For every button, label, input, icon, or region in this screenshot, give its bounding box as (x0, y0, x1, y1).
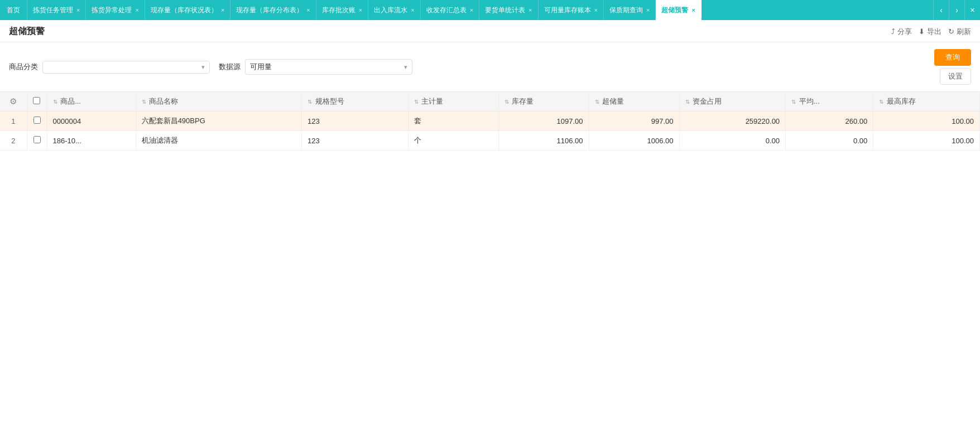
nav-tab-2[interactable]: 现存量（库存状况表） × (145, 0, 230, 20)
export-icon: ⬇ (919, 27, 925, 36)
th-spec[interactable]: ⇅ 规格型号 (301, 92, 408, 112)
nav-tab-4[interactable]: 库存批次账 × (316, 0, 368, 20)
nav-tab-9[interactable]: 保质期查询 × (604, 0, 656, 20)
data-table: ⚙ ⇅ 商品... ⇅ 商品名称 ⇅ 规格型号 ⇅ (0, 91, 980, 151)
nav-tab-close-5[interactable]: × (411, 7, 414, 13)
refresh-button[interactable]: ↻ 刷新 (948, 27, 971, 37)
chevron-down-icon: ▾ (201, 64, 205, 71)
sort-icon-overstock: ⇅ (595, 99, 599, 105)
th-stock[interactable]: ⇅ 库存量 (498, 92, 589, 112)
cell-spec-0: 123 (301, 112, 408, 131)
nav-tab-6[interactable]: 收发存汇总表 × (421, 0, 479, 20)
nav-tab-5[interactable]: 出入库流水 × (368, 0, 420, 20)
cell-max-stock-1: 100.00 (873, 131, 980, 151)
cell-checkbox-0[interactable] (27, 112, 47, 131)
cell-product-code-1: 186-10... (47, 131, 136, 151)
th-stock-label: 库存量 (512, 97, 534, 105)
th-avg-label: 平均... (799, 97, 820, 105)
export-button[interactable]: ⬇ 导出 (919, 27, 941, 37)
export-label: 导出 (927, 27, 941, 37)
nav-tab-close-0[interactable]: × (76, 7, 80, 13)
nav-tab-label-10: 超储预警 (661, 6, 688, 15)
th-settings[interactable]: ⚙ (0, 92, 27, 112)
nav-tab-0[interactable]: 拣货任务管理 × (27, 0, 86, 20)
cell-index-0: 1 (0, 112, 27, 131)
share-button[interactable]: ⤴ 分享 (891, 27, 912, 37)
category-filter-group: 商品分类 ▾ (9, 61, 210, 74)
top-nav: 首页 拣货任务管理 × 拣货异常处理 × 现存量（库存状况表） × 现存量（库存… (0, 0, 980, 20)
sort-icon-product-name: ⇅ (142, 99, 146, 105)
nav-tab-close-9[interactable]: × (646, 7, 650, 13)
chevron-down-icon-2: ▾ (404, 64, 407, 71)
select-all-checkbox[interactable] (33, 97, 40, 104)
cell-overstock-0: 997.00 (589, 112, 679, 131)
th-spec-label: 规格型号 (315, 97, 344, 105)
nav-tab-label-6: 收发存汇总表 (426, 6, 467, 15)
row-checkbox-1[interactable] (33, 136, 41, 143)
cell-unit-0: 套 (408, 112, 498, 131)
refresh-icon: ↻ (948, 27, 954, 36)
page-title: 超储预警 (9, 26, 45, 37)
nav-tab-label-7: 要货单统计表 (485, 6, 525, 15)
th-unit-label: 主计量 (421, 97, 443, 105)
th-capital[interactable]: ⇅ 资金占用 (679, 92, 786, 112)
th-product-code[interactable]: ⇅ 商品... (47, 92, 136, 112)
cell-stock-0: 1097.00 (498, 112, 589, 131)
cell-capital-0: 259220.00 (679, 112, 786, 131)
nav-home[interactable]: 首页 (0, 0, 27, 20)
nav-tab-label-5: 出入库流水 (374, 6, 407, 15)
datasource-select[interactable]: 可用量 ▾ (245, 59, 412, 75)
refresh-label: 刷新 (957, 27, 971, 37)
nav-arrow-right[interactable]: › (949, 0, 964, 20)
nav-tab-label-1: 拣货异常处理 (92, 6, 132, 15)
sort-icon-stock: ⇅ (505, 99, 509, 105)
nav-tab-7[interactable]: 要货单统计表 × (479, 0, 538, 20)
th-capital-label: 资金占用 (693, 97, 722, 105)
nav-tab-label-2: 现存量（库存状况表） (151, 6, 218, 15)
th-unit[interactable]: ⇅ 主计量 (408, 92, 498, 112)
nav-tab-close-3[interactable]: × (306, 7, 310, 13)
nav-tab-label-9: 保质期查询 (609, 6, 643, 15)
nav-tab-close-1[interactable]: × (135, 7, 138, 13)
cell-checkbox-1[interactable] (27, 131, 47, 151)
cell-spec-1: 123 (301, 131, 408, 151)
nav-tab-close-2[interactable]: × (221, 7, 224, 13)
nav-arrow-left[interactable]: ‹ (933, 0, 949, 20)
nav-tab-close-10[interactable]: × (691, 7, 695, 13)
th-overstock[interactable]: ⇅ 超储量 (589, 92, 679, 112)
header-actions: ⤴ 分享 ⬇ 导出 ↻ 刷新 (891, 27, 971, 37)
gear-icon[interactable]: ⚙ (9, 96, 17, 106)
nav-tab-3[interactable]: 现存量（库存分布表） × (230, 0, 316, 20)
th-avg[interactable]: ⇅ 平均... (786, 92, 873, 112)
nav-tab-close-8[interactable]: × (594, 7, 598, 13)
query-button[interactable]: 查询 (934, 49, 971, 66)
sort-icon-product-code: ⇅ (53, 99, 57, 105)
category-filter-label: 商品分类 (9, 62, 38, 72)
table-body: 1 0000004 六配套新昌490BPG 123 套 1097.00 997.… (0, 112, 980, 151)
nav-tab-1[interactable]: 拣货异常处理 × (86, 0, 145, 20)
nav-tab-10[interactable]: 超储预警 × (656, 0, 701, 20)
datasource-filter-label: 数据源 (219, 62, 241, 72)
th-product-name[interactable]: ⇅ 商品名称 (136, 92, 301, 112)
th-max-stock[interactable]: ⇅ 最高库存 (873, 92, 980, 112)
nav-tab-close-4[interactable]: × (359, 7, 362, 13)
th-max-stock-label: 最高库存 (887, 97, 916, 105)
nav-arrows: ‹ › × (933, 0, 980, 20)
datasource-select-value: 可用量 (250, 62, 272, 72)
settings-button[interactable]: 设置 (940, 68, 971, 85)
share-label: 分享 (897, 27, 912, 37)
nav-tab-close-7[interactable]: × (529, 7, 532, 13)
cell-product-name-0: 六配套新昌490BPG (136, 112, 301, 131)
row-checkbox-0[interactable] (33, 117, 41, 124)
th-checkbox (27, 92, 47, 112)
cell-avg-1: 0.00 (786, 131, 873, 151)
nav-tab-close-6[interactable]: × (470, 7, 473, 13)
category-select[interactable]: ▾ (42, 61, 210, 74)
page-header: 超储预警 ⤴ 分享 ⬇ 导出 ↻ 刷新 (0, 20, 980, 42)
th-product-name-label: 商品名称 (149, 97, 178, 105)
nav-arrow-close[interactable]: × (964, 0, 980, 20)
nav-tab-8[interactable]: 可用量库存账本 × (539, 0, 604, 20)
cell-capital-1: 0.00 (679, 131, 786, 151)
table-row: 1 0000004 六配套新昌490BPG 123 套 1097.00 997.… (0, 112, 980, 131)
cell-index-1: 2 (0, 131, 27, 151)
